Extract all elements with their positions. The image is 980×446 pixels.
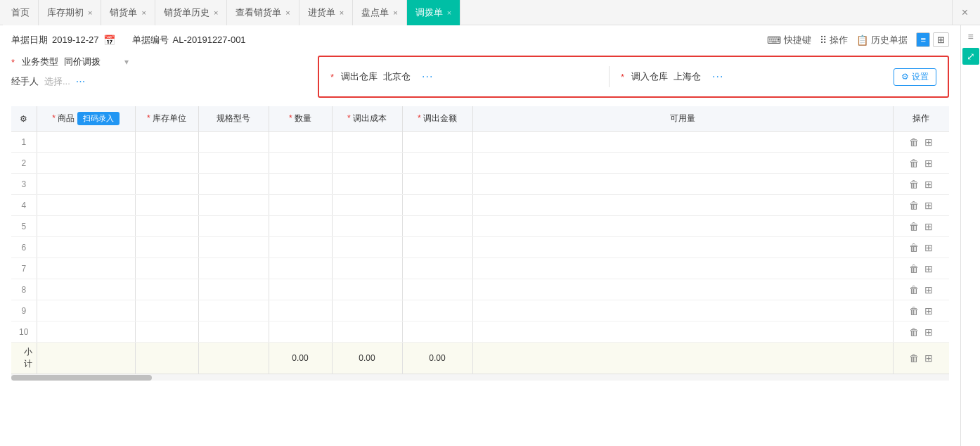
copy-row-icon[interactable]: ⊞ xyxy=(924,242,933,253)
tab-sales-history-close[interactable]: × xyxy=(214,8,218,17)
row-cost[interactable] xyxy=(332,300,402,321)
copy-row-icon[interactable]: ⊞ xyxy=(924,200,933,211)
row-amount[interactable] xyxy=(402,132,472,153)
row-goods[interactable] xyxy=(37,258,135,279)
row-qty[interactable] xyxy=(269,195,332,216)
delete-row-icon[interactable]: 🗑 xyxy=(909,263,919,274)
row-goods[interactable] xyxy=(37,216,135,237)
tab-inventory-check[interactable]: 盘点单 × xyxy=(353,0,406,25)
row-cost[interactable] xyxy=(332,279,402,300)
row-qty[interactable] xyxy=(269,321,332,343)
row-amount[interactable] xyxy=(402,258,472,279)
row-amount[interactable] xyxy=(402,216,472,237)
row-goods[interactable] xyxy=(37,237,135,258)
copy-row-icon[interactable]: ⊞ xyxy=(924,326,933,338)
row-qty[interactable] xyxy=(269,132,332,153)
delete-row-icon[interactable]: 🗑 xyxy=(909,242,919,253)
tab-purchase-order-close[interactable]: × xyxy=(340,8,344,17)
row-amount[interactable]: 0.00 xyxy=(402,343,472,374)
row-qty[interactable] xyxy=(269,174,332,195)
history-button[interactable]: 📋 历史单据 xyxy=(856,34,908,46)
row-amount[interactable] xyxy=(402,174,472,195)
tab-view-sales-close[interactable]: × xyxy=(285,8,290,17)
delete-row-icon[interactable]: 🗑 xyxy=(909,158,919,169)
row-goods[interactable] xyxy=(37,300,135,321)
transfer-in-dots[interactable]: ··· xyxy=(712,70,723,83)
tab-view-sales[interactable]: 查看销货单 × xyxy=(227,0,299,25)
row-cost[interactable] xyxy=(332,321,402,343)
shortcut-button[interactable]: ⌨ 快捷键 xyxy=(767,34,811,46)
business-type-select[interactable]: 同价调拨 ▾ xyxy=(64,56,129,68)
tab-sales-history[interactable]: 销货单历史 × xyxy=(155,0,227,25)
row-amount[interactable] xyxy=(402,195,472,216)
col-gear[interactable]: ⚙ xyxy=(11,106,37,132)
row-amount[interactable] xyxy=(402,153,472,174)
settings-button[interactable]: ⚙ 设置 xyxy=(894,68,936,86)
tab-inventory-check-close[interactable]: × xyxy=(393,8,397,17)
row-goods[interactable] xyxy=(37,279,135,300)
row-qty[interactable]: 0.00 xyxy=(269,343,332,374)
scan-input-button[interactable]: 扫码录入 xyxy=(77,112,120,125)
row-qty[interactable] xyxy=(269,258,332,279)
row-cost[interactable] xyxy=(332,237,402,258)
agent-placeholder[interactable]: 选择... xyxy=(44,75,70,88)
delete-row-icon[interactable]: 🗑 xyxy=(909,221,919,232)
row-qty[interactable] xyxy=(269,153,332,174)
sidebar-expand-icon[interactable]: ⤢ xyxy=(962,48,979,65)
delete-row-icon[interactable]: 🗑 xyxy=(909,200,919,211)
delete-row-icon[interactable]: 🗑 xyxy=(909,305,919,317)
delete-row-icon[interactable]: 🗑 xyxy=(909,179,919,190)
tab-inventory-init[interactable]: 库存期初 × xyxy=(39,0,101,25)
copy-row-icon[interactable]: ⊞ xyxy=(924,305,933,317)
row-qty[interactable] xyxy=(269,300,332,321)
row-cost[interactable] xyxy=(332,195,402,216)
copy-row-icon[interactable]: ⊞ xyxy=(924,284,933,295)
window-close-button[interactable]: × xyxy=(952,0,977,25)
business-type-dropdown-icon[interactable]: ▾ xyxy=(124,57,129,67)
row-qty[interactable] xyxy=(269,279,332,300)
copy-row-icon[interactable]: ⊞ xyxy=(924,158,933,169)
copy-row-icon[interactable]: ⊞ xyxy=(924,352,933,364)
row-goods[interactable] xyxy=(37,343,135,374)
row-cost[interactable] xyxy=(332,258,402,279)
tab-sales-order-close[interactable]: × xyxy=(141,8,146,17)
row-cost[interactable] xyxy=(332,132,402,153)
layout-grid-button[interactable]: ⊞ xyxy=(933,32,949,47)
row-cost[interactable] xyxy=(332,216,402,237)
delete-row-icon[interactable]: 🗑 xyxy=(909,136,919,148)
tab-sales-order[interactable]: 销货单 × xyxy=(101,0,155,25)
row-goods[interactable] xyxy=(37,132,135,153)
row-goods[interactable] xyxy=(37,174,135,195)
copy-row-icon[interactable]: ⊞ xyxy=(924,179,933,190)
tab-transfer-order[interactable]: 调拨单 × xyxy=(407,0,460,25)
sidebar-list-icon[interactable]: ≡ xyxy=(962,28,979,45)
row-amount[interactable] xyxy=(402,321,472,343)
transfer-out-dots[interactable]: ··· xyxy=(422,70,433,83)
row-cost[interactable] xyxy=(332,153,402,174)
calendar-icon[interactable]: 📅 xyxy=(103,34,115,46)
operate-button[interactable]: ⠿ 操作 xyxy=(820,34,848,46)
copy-row-icon[interactable]: ⊞ xyxy=(924,221,933,232)
row-goods[interactable] xyxy=(37,321,135,343)
tab-home[interactable]: 首页 xyxy=(3,0,39,25)
scrollbar-thumb[interactable] xyxy=(11,375,152,381)
tab-purchase-order[interactable]: 进货单 × xyxy=(299,0,353,25)
row-goods[interactable] xyxy=(37,153,135,174)
horizontal-scrollbar[interactable] xyxy=(11,374,949,381)
row-amount[interactable] xyxy=(402,237,472,258)
row-amount[interactable] xyxy=(402,279,472,300)
row-cost[interactable] xyxy=(332,174,402,195)
row-goods[interactable] xyxy=(37,195,135,216)
delete-row-icon[interactable]: 🗑 xyxy=(909,326,919,338)
tab-transfer-order-close[interactable]: × xyxy=(447,8,451,17)
row-amount[interactable] xyxy=(402,300,472,321)
copy-row-icon[interactable]: ⊞ xyxy=(924,136,933,148)
copy-row-icon[interactable]: ⊞ xyxy=(924,263,933,274)
row-cost[interactable]: 0.00 xyxy=(332,343,402,374)
row-qty[interactable] xyxy=(269,216,332,237)
row-qty[interactable] xyxy=(269,237,332,258)
delete-row-icon[interactable]: 🗑 xyxy=(909,352,919,364)
tab-inventory-init-close[interactable]: × xyxy=(88,8,92,17)
delete-row-icon[interactable]: 🗑 xyxy=(909,284,919,295)
table-settings-icon[interactable]: ⚙ xyxy=(20,114,27,124)
